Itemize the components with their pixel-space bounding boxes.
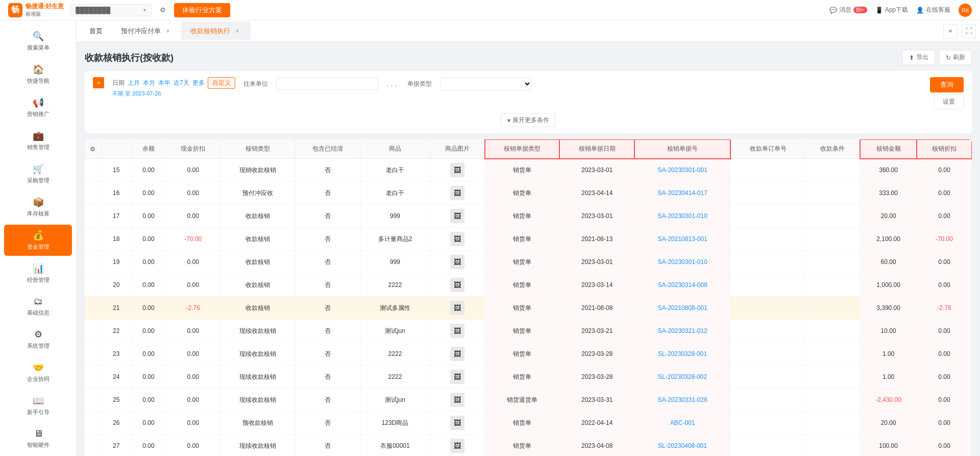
filter-expand-row: ▾ 展开更多条件 bbox=[93, 113, 964, 127]
tab-prepay[interactable]: 预付冲应付单 × bbox=[112, 22, 181, 40]
sidebar-item-inventory[interactable]: 📦 库存核算 bbox=[4, 191, 72, 223]
th-writeoff-amount: 核销金额 bbox=[860, 139, 917, 159]
date-custom[interactable]: 自定义 bbox=[208, 77, 235, 89]
sidebar-item-sales[interactable]: 💼 销售管理 bbox=[4, 125, 72, 156]
sidebar-item-operations[interactable]: 📊 经营管理 bbox=[4, 258, 72, 289]
cell-bill-no[interactable]: SA-20230301-010 bbox=[634, 251, 730, 274]
cell-include-settled: 否 bbox=[295, 251, 360, 274]
partner-input[interactable] bbox=[276, 78, 378, 90]
date-this-month[interactable]: 本月 bbox=[143, 79, 155, 87]
cell-balance: 0.00 bbox=[131, 343, 166, 366]
chart-icon: 📊 bbox=[33, 263, 44, 274]
cell-product-image: 🖼 bbox=[430, 251, 485, 274]
writeoff-tab-close[interactable]: × bbox=[233, 27, 241, 35]
expand-conditions-button[interactable]: ▾ 展开更多条件 bbox=[501, 113, 556, 127]
gear-icon: ⚙ bbox=[34, 329, 42, 340]
cell-include-settled: 否 bbox=[295, 182, 360, 205]
refresh-button[interactable]: ↻ 刷新 bbox=[939, 50, 972, 65]
tab-writeoff[interactable]: 收款核销执行 × bbox=[182, 22, 250, 40]
cell-product: 多计量商品2 bbox=[360, 228, 430, 251]
sidebar-item-purchase[interactable]: 🛒 采购管理 bbox=[4, 158, 72, 189]
cell-writeoff-amount: 10.00 bbox=[860, 320, 917, 343]
cell-writeoff-discount: 0.00 bbox=[917, 343, 971, 366]
cell-bill-no[interactable]: SA-20230301-010 bbox=[634, 205, 730, 228]
close-window-button[interactable]: × bbox=[943, 24, 958, 38]
table-container[interactable]: ⚙ 余额 现金折扣 核销类型 包含已结清 商品 商品图片 核销单据类型 核销单据… bbox=[85, 139, 972, 456]
date-last-month[interactable]: 上月 bbox=[128, 79, 140, 87]
sidebar-item-search[interactable]: 🔍 搜索菜单 bbox=[4, 26, 72, 57]
date-more[interactable]: 更多 bbox=[192, 79, 205, 87]
date-last-7days[interactable]: 近7天 bbox=[174, 79, 189, 87]
prepay-tab-close[interactable]: × bbox=[164, 27, 172, 35]
online-service-button[interactable]: 👤 在线客服 bbox=[916, 6, 950, 14]
cell-bill-no[interactable]: SA-20230321-012 bbox=[634, 320, 730, 343]
sidebar-item-quicknav[interactable]: 🏠 快捷导航 bbox=[4, 59, 72, 90]
fullscreen-button[interactable]: ⛶ bbox=[962, 24, 976, 38]
cell-balance: 0.00 bbox=[131, 435, 166, 457]
cell-receipt-order-no bbox=[730, 251, 805, 274]
cell-bill-no[interactable]: SL-20230408-001 bbox=[634, 435, 730, 457]
sidebar-item-hardware[interactable]: 🖥 智能硬件 bbox=[4, 423, 72, 454]
cell-bill-type: 销货单 bbox=[485, 435, 560, 457]
cell-writeoff-type: 现续收款核销 bbox=[220, 343, 296, 366]
cell-bill-no[interactable]: ABC-001 bbox=[634, 412, 730, 435]
bill-type-select[interactable] bbox=[440, 77, 532, 90]
cell-bill-no[interactable]: SA-20210813-001 bbox=[634, 228, 730, 251]
cart-icon: 🛒 bbox=[33, 163, 44, 175]
company-selector[interactable]: ████████ ▾ bbox=[70, 4, 152, 16]
cell-index: 22 bbox=[101, 320, 131, 343]
sidebar-item-base[interactable]: 🗂 基础信息 bbox=[4, 291, 72, 322]
cell-bill-date: 2023-03-21 bbox=[559, 320, 634, 343]
top-bar: 畅 畅捷通·好生意 标准版 ████████ ▾ ⚙ 休验行业方案 💬 消息 9… bbox=[0, 0, 980, 20]
cell-index: 20 bbox=[101, 274, 131, 297]
sidebar-item-collab[interactable]: 🤝 企业协同 bbox=[4, 357, 72, 388]
cell-settings bbox=[85, 159, 101, 182]
collapse-filter-button[interactable]: » bbox=[93, 77, 104, 88]
cell-writeoff-type: 现续收款核销 bbox=[220, 389, 296, 412]
th-receipt-order-no: 收款单订单号 bbox=[730, 139, 805, 159]
app-download-button[interactable]: 📱 App下载 bbox=[875, 6, 908, 14]
tab-home[interactable]: 首页 bbox=[81, 22, 111, 40]
date-this-year[interactable]: 本年 bbox=[158, 79, 170, 87]
sidebar-item-marketing[interactable]: 📢 营销推广 bbox=[4, 92, 72, 123]
cell-bill-no[interactable]: SA-20230331-026 bbox=[634, 389, 730, 412]
cell-bill-no[interactable]: SA-20230301-001 bbox=[634, 159, 730, 182]
cell-include-settled: 否 bbox=[295, 205, 360, 228]
cell-writeoff-type: 预付冲应收 bbox=[220, 182, 296, 205]
th-balance: 余额 bbox=[131, 139, 166, 159]
cell-writeoff-amount: 100.00 bbox=[860, 435, 917, 457]
settings-button[interactable]: 设置 bbox=[934, 94, 964, 109]
cell-bill-no[interactable]: SL-20230328-002 bbox=[634, 366, 730, 389]
export-button[interactable]: ⬆ 导出 bbox=[902, 50, 935, 65]
sidebar-item-finance[interactable]: 💰 资金管理 bbox=[4, 225, 72, 256]
th-settings[interactable]: ⚙ bbox=[85, 139, 101, 159]
cell-bill-no[interactable]: SA-20230414-017 bbox=[634, 182, 730, 205]
filter-date-links: 日期 上月 本月 本年 近7天 更多 自定义 bbox=[112, 77, 235, 89]
cell-bill-no[interactable]: SA-20230314-008 bbox=[634, 274, 730, 297]
cell-settings bbox=[85, 228, 101, 251]
cell-bill-no[interactable]: SA-20210808-001 bbox=[634, 297, 730, 320]
th-product: 商品 bbox=[360, 139, 430, 159]
cell-product-image: 🖼 bbox=[430, 412, 485, 435]
sidebar-item-system[interactable]: ⚙ 系统管理 bbox=[4, 324, 72, 355]
cell-bill-type: 销货单 bbox=[485, 205, 560, 228]
gear-button[interactable]: ⚙ bbox=[156, 3, 170, 17]
cell-bill-no[interactable]: SL-20230328-001 bbox=[634, 343, 730, 366]
cell-include-settled: 否 bbox=[295, 343, 360, 366]
main-table: ⚙ 余额 现金折扣 核销类型 包含已结清 商品 商品图片 核销单据类型 核销单据… bbox=[85, 139, 972, 456]
cell-settings bbox=[85, 274, 101, 297]
query-button[interactable]: 查询 bbox=[930, 77, 964, 92]
cell-writeoff-type: 现续收款核销 bbox=[220, 320, 296, 343]
cell-writeoff-discount: 0.00 bbox=[917, 251, 971, 274]
page-header: 收款核销执行(按收款) ⬆ 导出 ↻ 刷新 bbox=[85, 50, 972, 65]
messages-button[interactable]: 💬 消息 99+ bbox=[829, 6, 867, 14]
cell-product-image: 🖼 bbox=[430, 274, 485, 297]
cell-include-settled: 否 bbox=[295, 435, 360, 457]
cell-settings bbox=[85, 366, 101, 389]
cell-balance: 0.00 bbox=[131, 159, 166, 182]
user-avatar[interactable]: Rit bbox=[959, 4, 972, 17]
cell-product: 衣服00001 bbox=[360, 435, 430, 457]
industry-button[interactable]: 休验行业方案 bbox=[174, 3, 230, 17]
sidebar-item-guide[interactable]: 📖 新手引导 bbox=[4, 390, 72, 421]
cell-bill-date: 2023-04-08 bbox=[559, 435, 634, 457]
